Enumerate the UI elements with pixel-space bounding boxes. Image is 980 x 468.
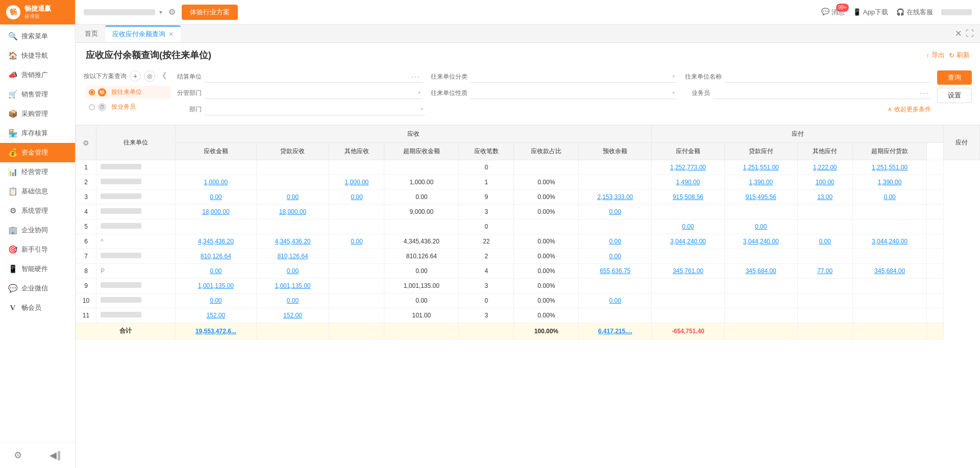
dropdown-arrow[interactable]: ▾ (159, 9, 162, 16)
unit-name-input[interactable] (725, 70, 931, 83)
cell[interactable]: 2,153,333.00 (579, 190, 652, 205)
sidebar-item-marketing[interactable]: 📣 营销推广 (0, 65, 75, 85)
refresh-button[interactable]: ↻ 刷新 (949, 51, 970, 60)
online-support-btn[interactable]: 🎧 在线客服 (896, 8, 933, 17)
department-select[interactable]: ▾ (205, 103, 425, 115)
cell[interactable]: 915,508.56 (652, 190, 725, 205)
sidebar-item-finance[interactable]: 💰 资金管理 (0, 143, 75, 162)
sidebar-item-enterprise[interactable]: 🏢 企业协同 (0, 220, 75, 240)
cell[interactable]: 152.00 (176, 308, 256, 323)
cell[interactable]: 4,345,436.20 (176, 234, 256, 249)
collapse-more-btn[interactable]: ∧ 收起更多条件 (888, 105, 931, 114)
cell[interactable]: 18,000.00 (256, 205, 329, 219)
cell[interactable]: 1,000.00 (176, 175, 256, 190)
cell[interactable]: 345,684.00 (852, 264, 927, 279)
filter-add-btn[interactable]: + (130, 70, 141, 82)
cell[interactable]: 3,044,240.00 (724, 234, 797, 249)
cell[interactable]: 0.00 (579, 249, 652, 264)
cell[interactable]: 655,636.75 (579, 264, 652, 279)
total-ar-amount[interactable]: 19,553,472,6... (176, 323, 256, 339)
cell[interactable]: 0.00 (579, 234, 652, 249)
cell[interactable]: 0.00 (256, 264, 329, 279)
cell[interactable]: 1,490.00 (652, 175, 725, 190)
settlement-unit-label: 结算单位 (177, 72, 205, 81)
sidebar-settings-btn[interactable]: ⚙ (8, 447, 28, 464)
cell[interactable]: 0.00 (256, 293, 329, 308)
sidebar-item-guide[interactable]: 🎯 新手引导 (0, 240, 75, 259)
cell[interactable]: 345,761.00 (652, 264, 725, 279)
sidebar-item-operation[interactable]: 📊 经营管理 (0, 162, 75, 182)
cell (927, 190, 944, 205)
gear-icon[interactable]: ⚙ (168, 7, 176, 17)
dept-select[interactable]: ▾ (205, 87, 423, 99)
cell[interactable]: 0.00 (329, 190, 384, 205)
cell[interactable]: 0.00 (329, 234, 384, 249)
cell[interactable]: 0.00 (256, 190, 329, 205)
cell[interactable]: 1,001,135.00 (176, 279, 256, 293)
cell[interactable]: 0.00 (797, 234, 852, 249)
cell[interactable]: 152.00 (256, 308, 329, 323)
unit-category-select[interactable]: ▾ (471, 70, 677, 83)
cell[interactable]: 810,126.64 (256, 249, 329, 264)
cell[interactable]: 810,126.64 (176, 249, 256, 264)
total-ar-advance[interactable]: 6,417,215.... (579, 323, 652, 339)
tab-close-window-icon[interactable]: ✕ (955, 29, 962, 38)
cell[interactable]: 0.00 (852, 190, 927, 205)
filter-preset-btn[interactable]: ◎ (144, 70, 155, 82)
sidebar-item-label: 销售管理 (21, 90, 48, 99)
tab-home[interactable]: 首页 (78, 26, 105, 41)
sidebar-item-sales[interactable]: 🛒 销售管理 (0, 85, 75, 104)
cell[interactable]: 0.00 (579, 205, 652, 219)
cell[interactable]: 0.00 (176, 190, 256, 205)
cell[interactable]: 1,390.00 (724, 175, 797, 190)
cell[interactable]: 1,001,135.00 (256, 279, 329, 293)
tab-expand-icon[interactable]: ⛶ (966, 29, 974, 38)
sidebar-item-purchase[interactable]: 📦 采购管理 (0, 104, 75, 124)
solution-button[interactable]: 体验行业方案 (182, 5, 238, 20)
tab-ar-ap[interactable]: 应收应付余额查询 ✕ (105, 26, 181, 42)
sidebar-item-quicknav[interactable]: 🏠 快捷导航 (0, 46, 75, 65)
cell[interactable]: 1,252,773.00 (652, 160, 725, 175)
cell[interactable]: 0.00 (176, 264, 256, 279)
salesperson-input[interactable]: ··· (713, 87, 931, 99)
sidebar-item-wechat[interactable]: 💬 企业微信 (0, 279, 75, 298)
cell[interactable]: 77.00 (797, 264, 852, 279)
sidebar-collapse-btn[interactable]: ◀‖ (43, 447, 67, 464)
sidebar-item-basicinfo[interactable]: 📋 基础信息 (0, 182, 75, 201)
export-button[interactable]: ↑ 导出 (926, 51, 945, 60)
app-download-btn[interactable]: 📱 App下载 (853, 8, 888, 17)
cell[interactable]: 13.00 (797, 190, 852, 205)
message-bell[interactable]: 💬 99+ 消息 (821, 8, 845, 17)
cell[interactable]: 1,222.00 (797, 160, 852, 175)
cell: 0.00% (514, 190, 579, 205)
cell[interactable]: 1,251,551.00 (852, 160, 927, 175)
cell[interactable]: 100.00 (797, 175, 852, 190)
settlement-unit-input[interactable]: ··· (205, 70, 423, 83)
cell[interactable]: 1,000.00 (329, 175, 384, 190)
sidebar-item-hardware[interactable]: 📱 智能硬件 (0, 259, 75, 279)
unit-nature-select[interactable]: ▾ (471, 87, 677, 99)
filter-expand-btn[interactable]: 《 (158, 71, 166, 82)
query-button[interactable]: 查询 (937, 70, 972, 85)
cell[interactable]: 0.00 (176, 293, 256, 308)
tab-close-icon[interactable]: ✕ (168, 31, 174, 38)
filter-option-by-unit[interactable]: 畅 按往来单位 (86, 86, 170, 98)
filter-option-by-staff[interactable]: ⏱ 按业务员 (86, 101, 170, 113)
sidebar-item-member[interactable]: V 畅会员 (0, 298, 75, 317)
cell[interactable]: 3,044,240.00 (852, 234, 927, 249)
cell[interactable]: 915,495.56 (724, 190, 797, 205)
table-settings-icon[interactable]: ⚙ (83, 139, 89, 147)
setting-button[interactable]: 设置 (937, 88, 972, 103)
cell[interactable]: 1,251,551.00 (724, 160, 797, 175)
cell[interactable]: 18,000.00 (176, 205, 256, 219)
sidebar-item-search[interactable]: 🔍 搜索菜单 (0, 27, 75, 46)
cell[interactable]: 1,390.00 (852, 175, 927, 190)
sidebar-item-system[interactable]: ⚙ 系统管理 (0, 201, 75, 220)
sidebar-item-inventory[interactable]: 🏪 库存核算 (0, 124, 75, 143)
cell[interactable]: 0.00 (652, 219, 725, 234)
cell[interactable]: 4,345,436.20 (256, 234, 329, 249)
cell[interactable]: 0.00 (724, 219, 797, 234)
cell[interactable]: 3,044,240.00 (652, 234, 725, 249)
cell[interactable]: 0.00 (579, 293, 652, 308)
cell[interactable]: 345,684.00 (724, 264, 797, 279)
